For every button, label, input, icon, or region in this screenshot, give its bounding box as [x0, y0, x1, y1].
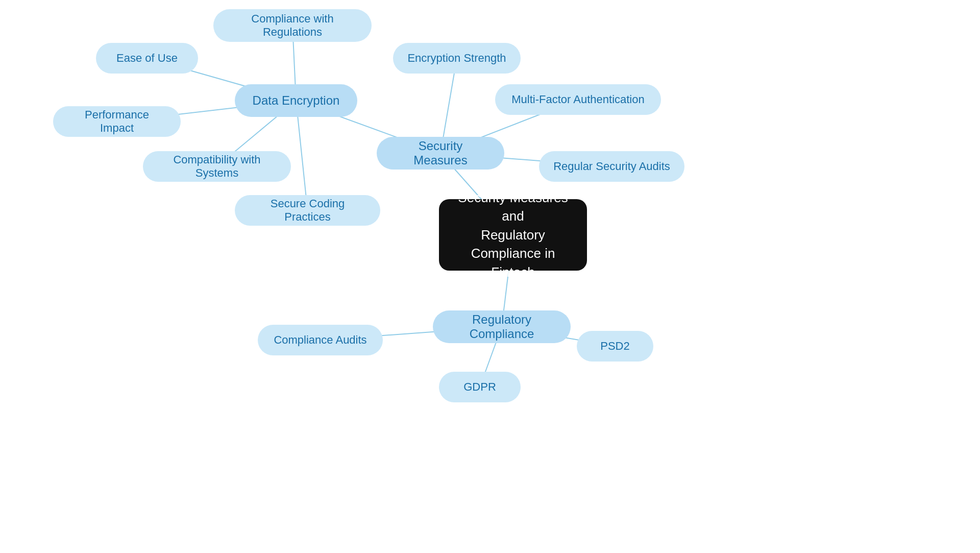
gdpr-label: GDPR — [463, 380, 496, 394]
secure-coding-practices-label: Secure Coding Practices — [249, 197, 366, 224]
svg-line-6 — [296, 101, 308, 210]
ease-of-use-label: Ease of Use — [116, 52, 178, 65]
data-encryption-label: Data Encryption — [253, 93, 340, 108]
regular-security-audits-label: Regular Security Audits — [553, 160, 670, 173]
security-measures-node[interactable]: Security Measures — [377, 137, 504, 170]
compatibility-with-systems-node[interactable]: Compatibility with Systems — [143, 151, 291, 182]
security-measures-label: Security Measures — [394, 139, 487, 167]
ease-of-use-node[interactable]: Ease of Use — [96, 43, 198, 74]
performance-impact-node[interactable]: Performance Impact — [53, 106, 181, 137]
compliance-audits-label: Compliance Audits — [274, 333, 366, 347]
regulatory-compliance-node[interactable]: Regulatory Compliance — [433, 310, 571, 343]
data-encryption-node[interactable]: Data Encryption — [235, 84, 357, 117]
gdpr-node[interactable]: GDPR — [439, 372, 521, 402]
central-node[interactable]: Security Measures andRegulatory Complian… — [439, 199, 587, 271]
compatibility-with-systems-label: Compatibility with Systems — [157, 153, 277, 180]
psd2-label: PSD2 — [600, 340, 629, 353]
multi-factor-authentication-node[interactable]: Multi-Factor Authentication — [495, 84, 661, 115]
compliance-with-regulations-node[interactable]: Compliance with Regulations — [213, 9, 372, 42]
compliance-audits-node[interactable]: Compliance Audits — [258, 325, 383, 355]
secure-coding-practices-node[interactable]: Secure Coding Practices — [235, 195, 380, 226]
encryption-strength-node[interactable]: Encryption Strength — [393, 43, 521, 74]
psd2-node[interactable]: PSD2 — [577, 331, 653, 362]
performance-impact-label: Performance Impact — [67, 108, 166, 135]
multi-factor-authentication-label: Multi-Factor Authentication — [511, 93, 644, 106]
encryption-strength-label: Encryption Strength — [407, 52, 506, 65]
regular-security-audits-node[interactable]: Regular Security Audits — [539, 151, 684, 182]
compliance-with-regulations-label: Compliance with Regulations — [228, 12, 357, 39]
central-label: Security Measures andRegulatory Complian… — [457, 188, 569, 281]
regulatory-compliance-label: Regulatory Compliance — [450, 312, 553, 341]
